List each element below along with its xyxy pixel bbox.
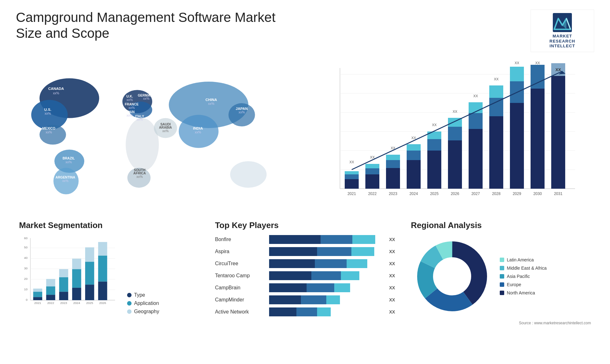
bar-dark (269, 307, 296, 316)
player-bar (269, 271, 383, 280)
logo-icon (553, 13, 572, 32)
svg-text:2023: 2023 (60, 301, 67, 305)
regional-legend-europe: Europe (500, 282, 546, 287)
svg-text:2024: 2024 (73, 301, 80, 305)
svg-rect-90 (469, 113, 483, 129)
svg-rect-95 (489, 98, 503, 116)
svg-text:xx%: xx% (65, 160, 72, 164)
svg-rect-75 (407, 151, 421, 160)
svg-text:2021: 2021 (34, 301, 41, 305)
svg-text:XX: XX (535, 62, 540, 65)
legend-color-mea (500, 266, 504, 270)
svg-text:FRANCE: FRANCE (125, 103, 139, 106)
player-row-circuitree: CircuiTree XX (215, 259, 395, 268)
bar-light (347, 259, 367, 268)
bar-mid (315, 259, 347, 268)
bar-light (351, 247, 374, 256)
page-container: Campground Management Software Market Si… (0, 0, 610, 364)
svg-text:2031: 2031 (554, 192, 563, 196)
svg-rect-89 (469, 129, 483, 189)
svg-rect-76 (407, 144, 421, 151)
svg-text:2026: 2026 (451, 192, 459, 196)
svg-rect-18 (23, 58, 295, 211)
player-bar-container (269, 259, 383, 268)
svg-text:U.S.: U.S. (44, 108, 51, 111)
legend-color-asia-pacific (500, 274, 504, 279)
svg-rect-136 (59, 292, 68, 300)
player-bar (269, 247, 383, 256)
svg-text:10: 10 (24, 287, 28, 291)
svg-text:2025: 2025 (86, 301, 93, 305)
svg-text:2026: 2026 (99, 301, 106, 305)
svg-text:ARGENTINA: ARGENTINA (56, 176, 75, 179)
player-name: Bonfire (215, 237, 266, 242)
player-bar (269, 235, 383, 244)
svg-rect-66 (365, 164, 379, 168)
bar-light (317, 307, 331, 316)
players-list: Bonfire XX Aspira (215, 235, 395, 316)
player-row-aspira: Aspira XX (215, 247, 395, 256)
svg-text:SPAIN: SPAIN (125, 110, 135, 114)
svg-text:XX: XX (473, 94, 478, 98)
svg-text:SAUDI: SAUDI (160, 123, 171, 126)
player-value: XX (389, 273, 395, 278)
logo-text: MARKET RESEARCH INTELLECT (550, 34, 575, 49)
player-row-campminder: CampMinder XX (215, 295, 395, 304)
svg-text:xx%: xx% (45, 112, 51, 115)
player-bar (269, 283, 383, 292)
svg-text:XX: XX (555, 67, 561, 72)
player-value: XX (389, 285, 395, 290)
bar-mid (317, 247, 351, 256)
svg-text:XX: XX (453, 110, 458, 113)
svg-text:U.K.: U.K. (126, 95, 133, 98)
player-name: Aspira (215, 249, 266, 254)
svg-text:2021: 2021 (348, 192, 356, 196)
player-bar-container (269, 271, 383, 280)
svg-text:xx%: xx% (143, 97, 149, 100)
player-row-campbrain: CampBrain XX (215, 283, 395, 292)
player-value: XX (389, 309, 395, 314)
legend-dot-geography (127, 309, 132, 314)
svg-rect-146 (85, 247, 94, 262)
svg-text:MEXICO: MEXICO (42, 127, 55, 130)
regional-legend: Latin America Middle East & Africa Asia … (500, 257, 546, 295)
svg-rect-94 (489, 116, 503, 189)
segmentation-section: Market Segmentation 0 10 20 30 40 50 60 (16, 217, 202, 328)
bar-dark (269, 259, 315, 268)
legend-dot-application (127, 301, 132, 306)
svg-text:50: 50 (24, 246, 28, 249)
page-title: Campground Management Software Market Si… (16, 10, 302, 42)
svg-rect-133 (46, 286, 55, 295)
svg-text:2023: 2023 (389, 192, 397, 196)
svg-rect-65 (365, 168, 379, 174)
svg-rect-108 (551, 76, 565, 189)
regional-title: Regional Analysis (411, 220, 591, 230)
svg-text:xx%: xx% (129, 106, 135, 109)
bar-mid (307, 283, 334, 292)
svg-rect-128 (33, 297, 42, 300)
bar-dark (269, 235, 321, 244)
svg-text:xx%: xx% (162, 129, 169, 132)
svg-text:xx%: xx% (137, 118, 143, 121)
svg-text:40: 40 (24, 256, 28, 260)
player-name: Tentaroo Camp (215, 273, 266, 279)
svg-text:XX: XX (349, 160, 354, 164)
svg-text:CHINA: CHINA (206, 98, 217, 101)
player-row-tentaroo: Tentaroo Camp XX (215, 271, 395, 280)
svg-text:2027: 2027 (471, 192, 480, 196)
regional-legend-latin-america: Latin America (500, 257, 546, 262)
svg-rect-99 (510, 103, 524, 189)
source-text: Source : www.marketresearchintellect.com (411, 321, 591, 325)
svg-text:XX: XX (411, 136, 416, 140)
regional-legend-asia-pacific: Asia Pacific (500, 274, 546, 279)
svg-text:xx%: xx% (126, 113, 133, 117)
svg-rect-145 (85, 262, 94, 285)
svg-rect-144 (85, 285, 94, 300)
svg-rect-134 (46, 279, 55, 286)
chart-section: XX 2021 XX 2022 XX 2023 XX 2024 (308, 58, 594, 211)
bar-mid (321, 235, 353, 244)
svg-text:2025: 2025 (430, 192, 439, 196)
svg-rect-141 (72, 269, 81, 288)
svg-rect-132 (46, 295, 55, 300)
svg-rect-96 (489, 85, 503, 98)
